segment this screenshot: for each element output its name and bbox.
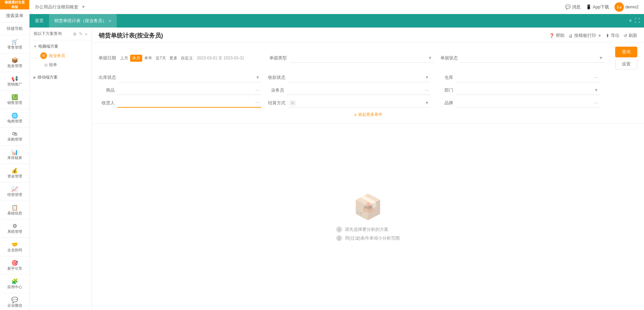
sidebar-icon-1: 📦 xyxy=(11,57,18,63)
out-status-dropdown-icon: ▼ xyxy=(256,75,260,80)
sidebar-label-2: 营销推广 xyxy=(7,82,22,87)
help-btn[interactable]: ❓ 帮助 xyxy=(549,33,565,39)
date-shortcut-last-month[interactable]: 上月 xyxy=(119,55,129,62)
sidebar-item-10[interactable]: ⚙ 系统管理 xyxy=(0,219,29,238)
sidebar-icon-14: 💬 xyxy=(11,297,18,303)
help-label: 帮助 xyxy=(556,33,565,39)
out-status-select[interactable]: ▼ xyxy=(119,73,261,82)
sidebar-item-2[interactable]: 📢 营销推广 xyxy=(0,72,29,91)
sidebar-label-8: 经营管理 xyxy=(7,192,22,197)
add-scheme-icon[interactable]: ⊕ xyxy=(73,31,77,37)
sidebar-item-3[interactable]: 💹 销售管理 xyxy=(0,91,29,109)
receive-status-field: 收款状态 ▼ xyxy=(268,73,431,82)
page-title: 销货单统计表(按业务员) xyxy=(99,32,163,40)
date-shortcut-more[interactable]: 更多 xyxy=(168,55,179,62)
top-header-left: 办公用品行业模拟账套 ▼ xyxy=(35,4,86,10)
brand-label: 品牌 xyxy=(437,100,456,106)
tab-fullscreen-icon[interactable]: ⛶ xyxy=(635,18,640,24)
payment-method-select[interactable]: × ▼ xyxy=(288,98,431,108)
messages-btn[interactable]: 💬 消息 xyxy=(565,4,581,10)
scheme-group-mobile-header[interactable]: ▶ 移动端方案 xyxy=(34,73,88,82)
query-button[interactable]: 查询 xyxy=(615,47,637,57)
tab-home[interactable]: 首页 xyxy=(30,14,49,28)
refresh-btn[interactable]: ↺ 刷新 xyxy=(624,33,637,39)
sidebar-item-7[interactable]: 💰 资金管理 xyxy=(0,164,29,183)
scheme-group-desktop-header[interactable]: ▼ 电脑端方案 xyxy=(34,42,88,51)
scheme-group-desktop-label: 电脑端方案 xyxy=(38,44,58,49)
print-dropdown-icon: ▼ xyxy=(597,33,602,38)
search-menu[interactable]: 搜索菜单 xyxy=(0,9,29,22)
doc-status-select[interactable]: ▼ xyxy=(461,53,604,63)
sidebar-item-11[interactable]: 🤝 企业协同 xyxy=(0,238,29,256)
sidebar-icon-3: 💹 xyxy=(11,94,18,100)
content-area: 按以下方案查询 ⊕ ✎ « ▼ 电脑端方案 按 按业务员 ⊞ 按单 xyxy=(30,28,644,310)
salesperson-select[interactable]: ··· xyxy=(287,86,431,95)
scheme-dot-icon: 按 xyxy=(40,52,47,59)
scheme-item-salesperson-label: 按业务员 xyxy=(49,53,65,59)
brand-field: 品牌 ··· xyxy=(437,98,600,108)
page-header-actions: ❓ 帮助 🖨 按模板打印 ▼ ⬆ 导出 ↺ 刷新 xyxy=(549,33,637,39)
sidebar-item-13[interactable]: 🧩 应用中心 xyxy=(0,275,29,293)
filter-row-3: 商品 ··· 业务员 ··· 部门 ▼ xyxy=(99,86,637,95)
brand-more-icon: ··· xyxy=(594,100,598,106)
user-profile[interactable]: Ea demo2 xyxy=(614,2,639,12)
empty-steps: 1 请先选择要分析的方案 2 用[过滤]条件来缩小分析范围 xyxy=(336,226,399,241)
tab-sales-stats-label: 销货单统计表（按业务员） xyxy=(54,18,107,24)
product-select[interactable]: ··· xyxy=(117,86,261,95)
tab-close-window-icon[interactable]: × xyxy=(629,18,632,24)
date-shortcut-7days[interactable]: 近7天 xyxy=(154,55,167,62)
sidebar-item-6[interactable]: 📊 库存核算 xyxy=(0,146,29,164)
date-shortcut-custom[interactable]: 自定义 xyxy=(179,55,194,62)
sidebar-item-1[interactable]: 📦 批发管理 xyxy=(0,54,29,72)
edit-scheme-icon[interactable]: ✎ xyxy=(79,31,83,37)
sidebar-item-12[interactable]: 🎯 新手引导 xyxy=(0,256,29,275)
sidebar-item-8[interactable]: 📈 经营管理 xyxy=(0,183,29,201)
sidebar-icon-0: 🛒 xyxy=(11,39,18,45)
app-download-btn[interactable]: 📱 App下载 xyxy=(586,4,609,10)
doc-type-field: 单据类型 ▼ xyxy=(269,53,433,63)
scheme-sub-icon: ⊞ xyxy=(44,63,48,67)
sidebar-icon-11: 🤝 xyxy=(11,241,18,248)
payment-tag-close[interactable]: × xyxy=(291,101,294,105)
doc-type-select[interactable]: ▼ xyxy=(289,53,433,63)
sidebar-item-14[interactable]: 💬 企业微信 xyxy=(0,293,29,310)
sidebar-icon-4: 🌐 xyxy=(11,112,18,119)
filter-area: 单据日期 上月 本月 本年 近7天 更多 自定义 2023-03-01 至 20… xyxy=(92,43,644,124)
sidebar-icon-6: 📊 xyxy=(11,149,18,155)
salesperson-field: 业务员 ··· xyxy=(268,86,431,95)
receiver-input[interactable]: ··· xyxy=(117,98,261,108)
tab-bar-actions: × ⛶ xyxy=(629,18,644,24)
sidebar-icon-13: 🧩 xyxy=(11,278,18,285)
product-more-icon: ··· xyxy=(255,87,260,93)
dept-select[interactable]: ▼ xyxy=(456,86,600,95)
date-shortcuts-bar: 上月 本月 本年 近7天 更多 自定义 2023-03-01 至 2023-03… xyxy=(119,55,244,62)
date-range-text: 2023-03-01 至 2023-03-31 xyxy=(197,55,244,61)
out-status-field: 出库状态 ▼ xyxy=(99,73,261,82)
date-shortcut-this-year[interactable]: 本年 xyxy=(143,55,154,62)
sidebar-icon-2: 📢 xyxy=(11,75,18,82)
print-label: 按模板打印 xyxy=(574,33,596,39)
collapse-panel-icon[interactable]: « xyxy=(85,31,88,37)
brand-select[interactable]: ··· xyxy=(456,98,600,108)
warehouse-select[interactable]: ··· xyxy=(456,73,600,82)
filter-row-4: 收货人 ··· 结算方式 × ▼ xyxy=(99,98,637,108)
export-btn[interactable]: ⬆ 导出 xyxy=(606,33,620,39)
print-btn[interactable]: 🖨 按模板打印 ▼ xyxy=(569,33,602,39)
sidebar-item-9[interactable]: 📋 基础信息 xyxy=(0,201,29,219)
sidebar-item-5[interactable]: 🛍 采购管理 xyxy=(0,127,29,146)
scheme-item-by-doc[interactable]: ⊞ 按单 xyxy=(34,61,88,69)
collapse-filters-btn[interactable]: ∧ 收起更多条件 xyxy=(99,110,637,119)
sidebar-item-0[interactable]: 🛒 零售管理 xyxy=(0,35,29,54)
receive-status-select[interactable]: ▼ xyxy=(288,73,431,82)
tab-sales-stats[interactable]: 销货单统计表（按业务员） × xyxy=(49,14,117,28)
tab-close-icon[interactable]: × xyxy=(109,18,111,23)
group-expand-icon: ▼ xyxy=(34,45,37,48)
product-label: 商品 xyxy=(99,87,117,93)
sidebar-item-4[interactable]: 🌐 电商管理 xyxy=(0,109,29,127)
quick-nav[interactable]: 快捷导航 xyxy=(0,22,29,35)
dropdown-arrow-icon[interactable]: ▼ xyxy=(81,4,86,9)
scheme-item-by-salesperson[interactable]: 按 按业务员 xyxy=(34,51,88,61)
settings-button[interactable]: 设置 xyxy=(615,59,637,69)
date-shortcut-this-month[interactable]: 本月 xyxy=(130,55,142,62)
warehouse-label: 仓库 xyxy=(437,74,456,81)
